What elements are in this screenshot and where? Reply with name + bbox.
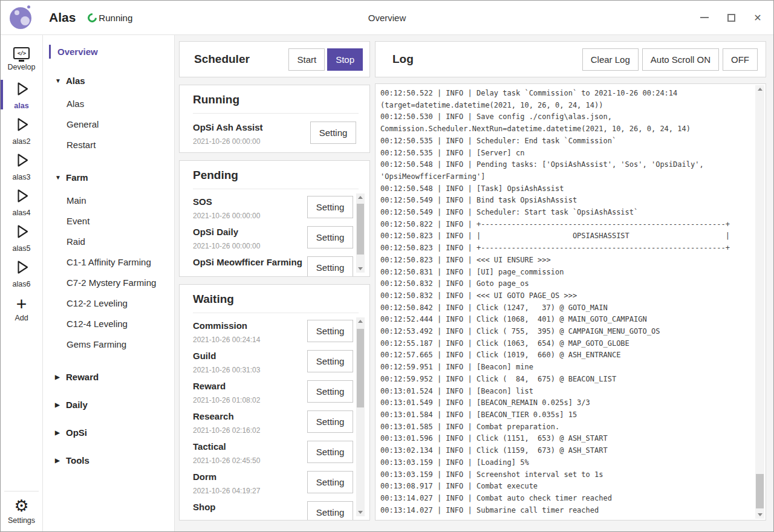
scroll-track[interactable] [755, 93, 764, 511]
task-list-scrollbar[interactable] [356, 193, 365, 273]
log-line: 00:13:01.584 | INFO | [BEACON_TIER 0.035… [380, 409, 750, 421]
menu-section-header-daily[interactable]: ▶Daily [43, 398, 174, 410]
menu-section-header-opsi[interactable]: ▶OpSi [43, 426, 174, 438]
menu-item-c1-1-affinity-farming[interactable]: C1-1 Affinity Farming [43, 252, 174, 273]
scroll-thumb[interactable] [357, 204, 364, 255]
task-name: OpSi Daily [193, 226, 260, 238]
log-line: 00:12:50.549 | INFO | Scheduler: Start t… [380, 207, 750, 219]
rail-item-settings[interactable]: ⚙ Settings [4, 495, 39, 527]
menu-section-header-farm[interactable]: ▼Farm [43, 171, 174, 183]
log-scrollbar[interactable] [755, 85, 764, 519]
minimize-button[interactable] [696, 9, 713, 26]
menu-section-label: Farm [66, 172, 88, 183]
auto-scroll-on-button[interactable]: Auto Scroll ON [642, 48, 719, 71]
auto-scroll-off-button[interactable]: OFF [723, 48, 758, 71]
rail-item-alas[interactable]: alas [1, 77, 42, 112]
task-info: OpSi Daily2021-10-26 00:00:00 [193, 226, 260, 250]
menu-section-header-reward[interactable]: ▶Reward [43, 371, 174, 383]
setting-button[interactable]: Setting [310, 122, 356, 144]
window-controls: ✕ [696, 9, 766, 26]
rail-item-develop[interactable]: </>Develop [1, 41, 42, 77]
setting-button[interactable]: Setting [307, 196, 353, 218]
maximize-button[interactable] [723, 9, 740, 26]
task-info: SOS2021-10-26 00:00:00 [193, 196, 260, 220]
scroll-down-arrow[interactable] [755, 511, 764, 519]
log-output[interactable]: 00:12:50.522 | INFO | Delay task `Commis… [380, 88, 750, 517]
task-next-run: 2021-10-26 00:00:00 [193, 212, 260, 220]
task-name: Research [193, 410, 260, 423]
rail-item-label: alas5 [13, 244, 31, 253]
rail-item-alas5[interactable]: alas5 [1, 219, 42, 255]
clear-log-button[interactable]: Clear Log [582, 48, 639, 71]
log-line: 00:12:50.831 | INFO | [UI] page_commissi… [380, 267, 750, 279]
scroll-up-arrow[interactable] [755, 85, 764, 93]
menu-item-gems-farming[interactable]: Gems Farming [43, 334, 174, 355]
setting-button[interactable]: Setting [307, 256, 353, 276]
setting-button[interactable]: Setting [307, 471, 353, 493]
menu-item-alas[interactable]: Alas [43, 94, 174, 114]
app-logo-icon [9, 4, 34, 31]
menu-section-header-alas[interactable]: ▼Alas [43, 74, 174, 86]
task-row-research: Research2021-10-26 02:16:02Setting [193, 408, 353, 438]
task-list-scrollbar[interactable] [356, 317, 365, 516]
scroll-track[interactable] [356, 325, 365, 508]
group-body: SOS2021-10-26 00:00:00SettingOpSi Daily2… [193, 193, 369, 276]
rail-item-alas4[interactable]: alas4 [1, 184, 42, 219]
scroll-down-arrow[interactable] [356, 265, 365, 273]
log-line: 00:12:50.823 | INFO | <<< UI ENSURE >>> [380, 255, 750, 267]
menu-sections: ▼AlasAlasGeneralRestart▼FarmMainEventRai… [43, 74, 174, 466]
stop-button[interactable]: Stop [327, 48, 363, 71]
log-line: 'OpsiMeowfficerFarming'] [380, 171, 750, 183]
active-indicator [1, 80, 3, 109]
task-row-tactical: Tactical2021-10-26 02:45:50Setting [193, 438, 353, 469]
menu-section-header-tools[interactable]: ▶Tools [43, 454, 174, 466]
scroll-thumb[interactable] [357, 329, 364, 407]
menu-section-reward: ▶Reward [43, 371, 174, 383]
scroll-thumb[interactable] [756, 474, 764, 508]
menu-item-c12-4-leveling[interactable]: C12-4 Leveling [43, 314, 174, 334]
setting-button[interactable]: Setting [307, 226, 353, 248]
setting-button[interactable]: Setting [307, 350, 353, 372]
close-button[interactable]: ✕ [749, 9, 766, 26]
app-window: Alas Running Overview ✕ </>Developalasal… [0, 0, 774, 532]
menu-item-general[interactable]: General [43, 114, 174, 135]
task-list: Commission2021-10-26 00:24:14SettingGuil… [193, 317, 353, 520]
setting-button[interactable]: Setting [307, 501, 353, 520]
scroll-down-arrow[interactable] [356, 508, 365, 516]
divider [193, 113, 359, 114]
scheduler-panel: Scheduler Start Stop [179, 41, 370, 77]
rail-item-alas6[interactable]: alas6 [1, 255, 42, 291]
scroll-up-arrow[interactable] [356, 317, 365, 325]
rail-item-alas2[interactable]: alas2 [1, 112, 42, 148]
menu-item-c7-2-mystery-farming[interactable]: C7-2 Mystery Farming [43, 273, 174, 293]
menu-item-overview[interactable]: Overview [43, 45, 174, 59]
scroll-up-arrow[interactable] [356, 193, 365, 201]
setting-button[interactable]: Setting [307, 380, 353, 403]
log-line: 00:13:02.134 | INFO | Click (1159, 673) … [380, 445, 750, 457]
main-area: </>Developalasalas2alas3alas4alas5alas6+… [1, 35, 773, 531]
setting-button[interactable]: Setting [307, 410, 353, 433]
menu-item-event[interactable]: Event [43, 211, 174, 232]
task-next-run: 2021-10-26 01:08:02 [193, 396, 260, 404]
start-button[interactable]: Start [288, 48, 325, 71]
task-row-opsi-daily: OpSi Daily2021-10-26 00:00:00Setting [193, 224, 353, 254]
menu-item-restart[interactable]: Restart [43, 135, 174, 155]
task-name: Reward [193, 380, 260, 392]
tasks-panel-waiting: WaitingCommission2021-10-26 00:24:14Sett… [179, 284, 370, 521]
task-next-run: 2021-10-26 00:31:03 [193, 366, 260, 374]
rail-item-label: alas [14, 102, 28, 110]
task-row-commission: Commission2021-10-26 00:24:14Setting [193, 317, 353, 348]
task-next-run: 2021-10-26 00:24:14 [193, 336, 260, 344]
menu-item-raid[interactable]: Raid [43, 232, 174, 252]
rail-item-alas3[interactable]: alas3 [1, 148, 42, 184]
scroll-track[interactable] [356, 201, 365, 265]
setting-button[interactable]: Setting [307, 320, 353, 342]
setting-button[interactable]: Setting [307, 441, 353, 463]
menu-item-main[interactable]: Main [43, 190, 174, 211]
minimize-icon [700, 17, 709, 18]
menu-item-c12-2-leveling[interactable]: C12-2 Leveling [43, 293, 174, 314]
instance-rail: </>Developalasalas2alas3alas4alas5alas6+… [1, 35, 43, 531]
log-column: Log Clear Log Auto Scroll ON OFF 00:12:5… [375, 41, 766, 521]
rail-item-add[interactable]: +Add [1, 291, 42, 326]
log-line: 00:12:50.535 | INFO | [Server] cn [380, 148, 750, 160]
